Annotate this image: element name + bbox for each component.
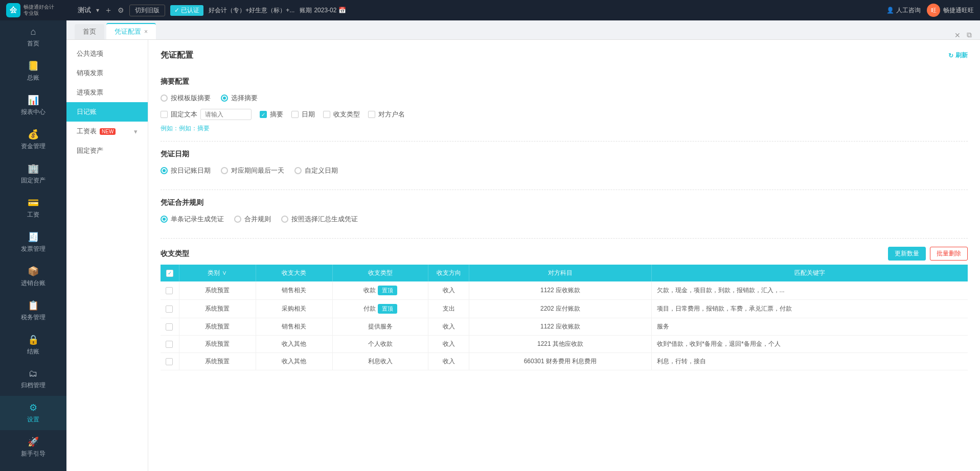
col-direction: 收支方向 [428,265,469,281]
radio-dot [163,218,166,221]
archive-icon: 🗂 [29,368,38,379]
sidebar-item-guide[interactable]: 🚀 新手引导 [0,430,66,464]
settings-main: 凭证配置 ↻ 刷新 摘要配置 按模板版摘要 [148,40,980,471]
dropdown-arrow-icon[interactable]: ▾ [96,7,99,14]
tab-home[interactable]: 首页 [75,24,104,39]
fixed-text-input[interactable] [200,109,252,120]
radio-merge-rules[interactable]: 合并规则 [234,215,271,224]
checkbox-income-type[interactable]: 收支类型 [323,110,360,119]
refresh-icon: ↻ [948,52,953,59]
topbar-right: 👤 人工咨询 旺 畅捷通旺旺 [886,4,974,17]
test-label: 测试 [78,6,91,15]
select-all-checkbox[interactable]: ✓ [166,270,173,277]
checkbox-fixed-text[interactable]: 固定文本 [161,109,252,120]
table-row: 系统预置 采购相关 付款 置顶 支出 2202 应付账款 项目，日常费用，报销款… [161,300,968,318]
sidebar-item-archive[interactable]: 🗂 归档管理 [0,362,66,396]
certified-badge: ✓ 已认证 [170,5,203,16]
gear-icon[interactable]: ⚙ [118,6,124,14]
reports-icon: 📊 [28,95,39,106]
col-type: 收支类型 [332,265,428,281]
window-maximize-icon[interactable]: ⧉ [967,31,972,39]
cell-major: 收入其他 [256,353,332,370]
left-nav-item-purchase-invoice[interactable]: 进项发票 [66,83,148,102]
row-checkbox[interactable] [166,305,173,313]
voucher-date-section: 凭证日期 按日记账日期 对应期间最后一天 [161,142,968,190]
tab-voucher-config[interactable]: 凭证配置 × [106,23,156,39]
col-major: 收支大类 [256,265,332,281]
tax-icon: 📋 [28,300,39,311]
radio-circle-checked [161,167,168,174]
sidebar-item-sales[interactable]: 📦 进销台账 [0,260,66,294]
pin-top-button[interactable]: 置顶 [378,286,397,295]
user-menu[interactable]: 旺 畅捷通旺旺 [927,4,974,17]
row-checkbox[interactable] [166,341,173,348]
sidebar-item-invoice[interactable]: 🧾 发票管理 [0,225,66,260]
left-nav-item-sales-invoice[interactable]: 销项发票 [66,63,148,83]
cell-direction: 收入 [428,281,469,300]
switch-version-button[interactable]: 切到旧版 [129,5,165,16]
radio-circle [161,95,168,102]
batch-delete-button[interactable]: 批量删除 [930,247,968,261]
radio-dot [223,97,226,100]
sidebar-item-ledger[interactable]: 📒 总账 [0,54,66,88]
radio-journal-date[interactable]: 按日记账日期 [161,166,211,175]
left-nav-item-journal[interactable]: 日记账 [66,102,148,122]
row-checkbox[interactable] [166,287,173,294]
left-nav-item-payroll[interactable]: 工资表 NEW ▾ [66,122,148,141]
sidebar-item-member[interactable]: 👑 畅会员 [0,464,66,471]
radio-template-summary[interactable]: 按模板版摘要 [161,93,211,103]
service-icon: 👤 [886,7,894,14]
refresh-button[interactable]: ↻ 刷新 [948,51,968,60]
sidebar-item-home[interactable]: ⌂ 首页 [0,20,66,54]
cell-major: 销售相关 [256,318,332,336]
left-nav-item-public[interactable]: 公共选项 [66,44,148,63]
table-row: 系统预置 销售相关 提供服务 收入 1122 应收账款 服务 [161,318,968,336]
income-expense-title: 收支类型 [161,249,884,258]
col-account: 对方科目 [469,265,651,281]
income-expense-section: 收支类型 更新数量 批量删除 ✓ [161,247,968,370]
customer-service-button[interactable]: 👤 人工咨询 [886,6,921,15]
radio-custom-date[interactable]: 自定义日期 [294,166,338,175]
sidebar-item-assets[interactable]: 🏢 固定资产 [0,157,66,191]
radio-select-summary[interactable]: 选择摘要 [221,93,258,103]
radio-summary-generate[interactable]: 按照选择汇总生成凭证 [281,215,358,224]
sidebar-item-reports[interactable]: 📊 报表中心 [0,88,66,123]
col-keywords: 匹配关键字 [651,265,968,281]
update-quantity-button[interactable]: 更新数量 [888,247,926,261]
sidebar-item-funds[interactable]: 💰 资金管理 [0,123,66,157]
pin-top-button[interactable]: 置顶 [378,304,397,314]
left-nav-item-fixed-assets[interactable]: 固定资产 [66,141,148,160]
cell-major: 采购相关 [256,300,332,318]
radio-single-record[interactable]: 单条记录生成凭证 [161,215,224,224]
checkbox-date[interactable]: 日期 [291,110,315,119]
cell-type: 利息收入 [332,353,428,370]
tab-close-icon[interactable]: × [144,28,148,35]
table-row: 系统预置 销售相关 收款 置顶 收入 1122 应收账款 欠款，现金，项目款，到… [161,281,968,300]
voucher-date-radio-group: 按日记账日期 对应期间最后一天 自定义日期 [161,166,968,175]
checkbox-summary[interactable]: ✓ 摘要 [260,110,283,119]
sidebar-item-closing[interactable]: 🔒 结账 [0,328,66,362]
window-close-icon[interactable]: ✕ [954,31,961,39]
cell-account: 1122 应收账款 [469,281,651,300]
checkbox-box [161,111,168,118]
add-icon[interactable]: ＋ [104,5,112,16]
sidebar-item-settings[interactable]: ⚙ 设置 [0,396,66,430]
new-badge: NEW [100,128,116,135]
row-checkbox[interactable] [166,323,173,331]
radio-circle [281,216,288,223]
page-body: 公共选项 销项发票 进项发票 日记账 工资表 NEW ▾ 固定资产 [66,40,980,471]
checkbox-box [323,111,330,118]
radio-period-last-day[interactable]: 对应期间最后一天 [221,166,284,175]
expand-arrow-icon: ▾ [134,128,138,135]
logo: 会 畅捷通好会计 专业版 [6,3,73,17]
radio-circle [221,167,228,174]
avatar: 旺 [927,4,940,17]
checkbox-box [291,111,299,118]
checkbox-counterparty[interactable]: 对方户名 [368,110,405,119]
sidebar-item-salary[interactable]: 💳 工资 [0,191,66,225]
calendar-icon[interactable]: 📅 [338,7,346,14]
page-title: 凭证配置 ↻ 刷新 [161,50,968,69]
cell-keywords: 欠款，现金，项目款，到款，报销款，汇入，... [651,281,968,300]
sidebar-item-tax[interactable]: 📋 税务管理 [0,294,66,328]
row-checkbox[interactable] [166,358,173,365]
